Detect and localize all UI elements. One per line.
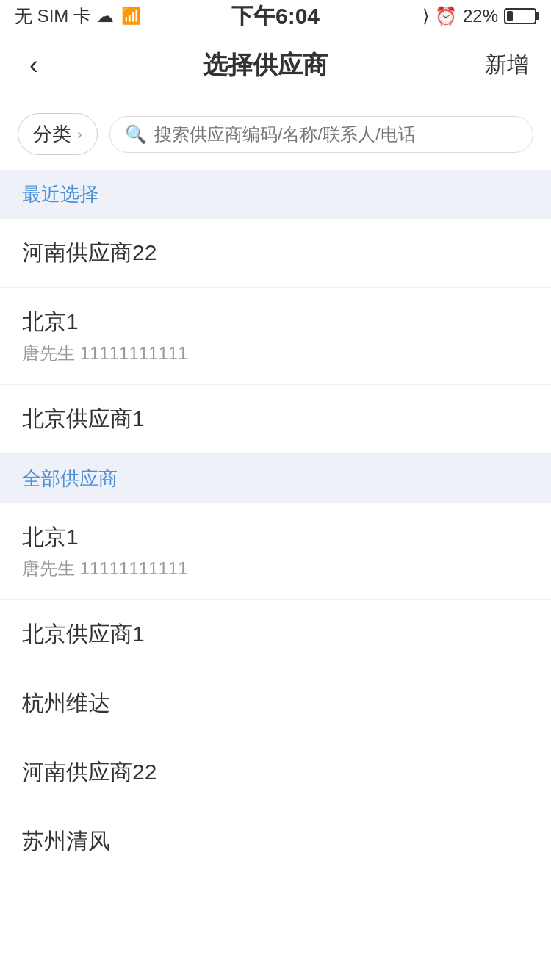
- category-button[interactable]: 分类 ›: [18, 113, 98, 155]
- wifi-icon: 📶: [121, 7, 141, 26]
- item-name: 河南供应商22: [22, 238, 529, 268]
- all-section-header: 全部供应商: [0, 454, 551, 503]
- status-bar-time: 下午6:04: [231, 1, 320, 32]
- battery-percentage: 22%: [463, 6, 498, 26]
- back-button[interactable]: ‹: [22, 43, 46, 88]
- search-box[interactable]: 🔍: [109, 116, 533, 153]
- status-bar-right: ⟩ ⏰ 22%: [422, 6, 536, 26]
- item-name: 杭州维达: [22, 688, 529, 718]
- status-bar-left: 无 SIM 卡 ☁ 📶: [15, 4, 141, 28]
- list-item[interactable]: 杭州维达: [0, 669, 551, 738]
- item-sub: 唐先生 11111111111: [22, 342, 529, 365]
- item-name: 北京1: [22, 307, 529, 337]
- page-title: 选择供应商: [203, 48, 328, 82]
- all-list: 北京1唐先生 11111111111北京供应商1杭州维达河南供应商22苏州清风: [0, 503, 551, 876]
- list-item[interactable]: 北京供应商1: [0, 600, 551, 669]
- alarm-icon: ⏰: [435, 6, 457, 26]
- category-label: 分类: [33, 121, 71, 147]
- item-sub: 唐先生 11111111111: [22, 557, 529, 580]
- chevron-right-icon: ›: [77, 126, 82, 143]
- sim-status: 无 SIM 卡 ☁: [15, 4, 114, 28]
- location-icon: ⟩: [422, 6, 429, 26]
- search-icon: 🔍: [125, 124, 147, 145]
- search-input[interactable]: [154, 124, 518, 145]
- list-item[interactable]: 河南供应商22: [0, 219, 551, 288]
- list-item[interactable]: 河南供应商22: [0, 738, 551, 807]
- item-name: 河南供应商22: [22, 757, 529, 788]
- add-button[interactable]: 新增: [485, 50, 529, 80]
- item-name: 北京供应商1: [22, 619, 529, 649]
- item-name: 苏州清风: [22, 826, 529, 857]
- recent-section-header: 最近选择: [0, 170, 551, 219]
- nav-bar: ‹ 选择供应商 新增: [0, 32, 551, 98]
- list-item[interactable]: 苏州清风: [0, 807, 551, 876]
- item-name: 北京1: [22, 522, 529, 552]
- list-item[interactable]: 北京1唐先生 11111111111: [0, 503, 551, 600]
- battery-icon: [504, 8, 536, 24]
- status-bar: 无 SIM 卡 ☁ 📶 下午6:04 ⟩ ⏰ 22%: [0, 0, 551, 32]
- item-name: 北京供应商1: [22, 404, 529, 434]
- list-item[interactable]: 北京供应商1: [0, 385, 551, 454]
- list-item[interactable]: 北京1唐先生 11111111111: [0, 288, 551, 385]
- filter-bar: 分类 › 🔍: [0, 98, 551, 170]
- recent-list: 河南供应商22北京1唐先生 11111111111北京供应商1: [0, 219, 551, 454]
